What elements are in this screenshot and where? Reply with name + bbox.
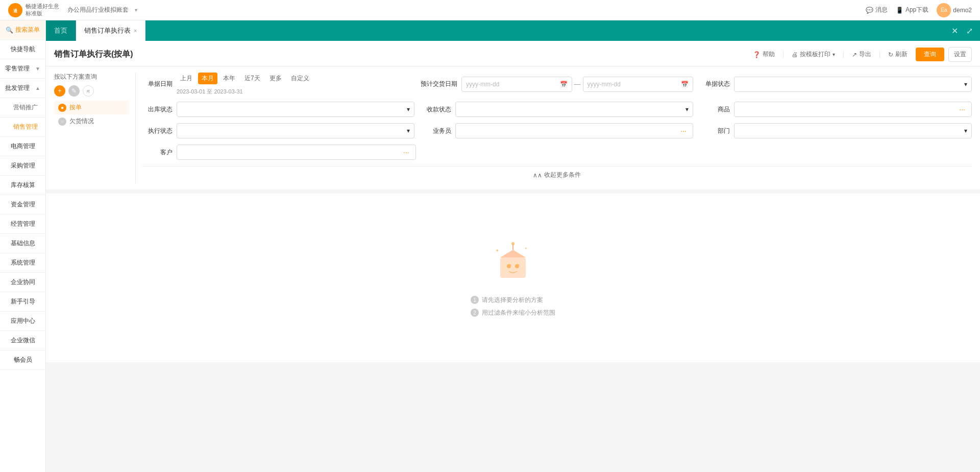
export-button[interactable]: ↗ 导出 — [848, 48, 875, 61]
template-print-button[interactable]: 🖨 按模板打印 ▾ — [788, 48, 839, 61]
tip-num-2: 2 — [471, 309, 479, 317]
product-more-icon[interactable]: ··· — [957, 105, 967, 113]
expected-date-label: 预计交货日期 — [421, 80, 457, 88]
expected-date-end[interactable]: yyyy-mm-dd 📅 — [583, 77, 694, 92]
document-status-field: 单据状态 ▾ — [699, 77, 972, 92]
sidebar-item-sales[interactable]: 销售管理 — [0, 117, 45, 137]
empty-tips: 1 请先选择要分析的方案 2 用过滤条件来缩小分析范围 — [471, 296, 555, 321]
empty-illustration: ✦ ✦ — [487, 234, 538, 286]
date-separator: — — [574, 80, 581, 88]
sidebar-item-guide[interactable]: 新手引导 — [0, 292, 45, 312]
sidebar-item-inventory[interactable]: 库存核算 — [0, 176, 45, 195]
calendar-icon-2: 📅 — [681, 81, 689, 88]
sidebar-item-search[interactable]: 🔍 搜索菜单 — [0, 20, 45, 40]
settings-button[interactable]: 设置 — [948, 47, 972, 62]
tab-home[interactable]: 首页 — [46, 20, 76, 41]
select-arrow-icon-5: ▾ — [964, 127, 967, 134]
scheme-option-order[interactable]: ● 按单 — [54, 101, 129, 114]
sidebar-item-quick-nav[interactable]: 快捷导航 — [0, 40, 45, 59]
department-select[interactable]: ▾ — [734, 123, 972, 138]
customer-more-icon[interactable]: ··· — [401, 148, 411, 156]
collapse-sidebar-button[interactable]: « — [83, 85, 94, 97]
svg-text:✦: ✦ — [524, 246, 528, 251]
top-header: 通 畅捷通好生意 标准版 办公用品行业模拟账套 ▾ 💬 消息 📱 App下载 E… — [0, 0, 980, 20]
filter-layout: 按以下方案查询 + ✎ « — [54, 73, 972, 183]
date-btn-this-month[interactable]: 本月 — [198, 73, 217, 84]
document-status-select[interactable]: ▾ — [734, 77, 972, 92]
date-btn-custom[interactable]: 自定义 — [287, 73, 313, 84]
sidebar-item-retail[interactable]: 零售管理 ▼ — [0, 59, 45, 79]
edit-scheme-button[interactable]: ✎ — [68, 85, 80, 97]
execution-status-field: 执行状态 ▾ — [142, 123, 414, 138]
sidebar-item-app-center[interactable]: 应用中心 — [0, 312, 45, 331]
breadcrumb-dropdown-icon[interactable]: ▾ — [135, 7, 137, 13]
delivery-status-select[interactable]: ▾ — [177, 102, 414, 117]
filter-row-3: 执行状态 ▾ 业务员 ··· — [142, 123, 972, 138]
payment-status-select[interactable]: ▾ — [455, 102, 693, 117]
sidebar-item-purchase[interactable]: 采购管理 — [0, 156, 45, 176]
sidebar-item-ecommerce[interactable]: 电商管理 — [0, 137, 45, 156]
date-btn-last-month[interactable]: 上月 — [177, 73, 196, 84]
logo-area: 通 畅捷通好生意 标准版 — [8, 3, 59, 17]
app-download-action[interactable]: 📱 App下载 — [896, 6, 928, 14]
message-action[interactable]: 💬 消息 — [866, 6, 888, 14]
add-scheme-button[interactable]: + — [54, 85, 65, 97]
tab-close-icon[interactable]: × — [134, 28, 137, 34]
sidebar-item-marketing[interactable]: 营销推广 — [0, 98, 45, 117]
print-dropdown-icon: ▾ — [832, 52, 835, 57]
page-header-row: 销售订单执行表(按单) ❓ 帮助 🖨 按模板打印 ▾ — [54, 47, 972, 66]
sidebar-item-finance[interactable]: 资金管理 — [0, 195, 45, 215]
empty-tip-1: 1 请先选择要分析的方案 — [471, 296, 555, 304]
product-label: 商品 — [699, 105, 730, 114]
expected-date-start[interactable]: yyyy-mm-dd 📅 — [461, 77, 572, 92]
chevron-down-icon: ▼ — [35, 66, 40, 72]
svg-text:通: 通 — [13, 8, 18, 13]
document-date-field: 单据日期 上月 本月 本年 近7天 更多 自定义 — [142, 73, 414, 96]
customer-input[interactable]: ··· — [177, 145, 416, 160]
sidebar-item-member[interactable]: 畅会员 — [0, 350, 45, 370]
customer-field: 客户 ··· — [142, 145, 416, 160]
salesperson-field: 业务员 ··· — [421, 123, 693, 138]
execution-status-select[interactable]: ▾ — [177, 123, 414, 138]
sidebar-item-wholesale[interactable]: 批发管理 ▲ — [0, 79, 45, 98]
product-input[interactable]: ··· — [734, 102, 972, 117]
calendar-icon: 📅 — [560, 81, 568, 88]
sidebar-item-basic-info[interactable]: 基础信息 — [0, 234, 45, 253]
content-area: 首页 销售订单执行表 × ✕ ⤢ 销售订单执行表(按单) ❓ — [46, 20, 980, 472]
customer-label: 客户 — [142, 148, 173, 157]
refresh-button[interactable]: ↻ 刷新 — [884, 48, 912, 61]
date-btn-this-year[interactable]: 本年 — [219, 73, 239, 84]
logo-icon: 通 — [8, 3, 22, 17]
filter-row-1: 单据日期 上月 本月 本年 近7天 更多 自定义 — [142, 73, 972, 96]
tab-sales-order[interactable]: 销售订单执行表 × — [76, 20, 145, 41]
date-btn-more[interactable]: 更多 — [266, 73, 285, 84]
filter-sidebar-title: 按以下方案查询 — [54, 73, 129, 81]
user-action[interactable]: Ea demo2 — [937, 3, 972, 17]
filter-form: 单据日期 上月 本月 本年 近7天 更多 自定义 — [142, 73, 972, 183]
divider3 — [879, 51, 880, 58]
sidebar-item-system[interactable]: 系统管理 — [0, 253, 45, 273]
window-maximize-icon[interactable]: ⤢ — [964, 24, 975, 38]
window-close-icon[interactable]: ✕ — [949, 24, 960, 38]
breadcrumb: 办公用品行业模拟账套 — [67, 6, 129, 14]
tab-bar: 首页 销售订单执行表 × ✕ ⤢ — [46, 20, 980, 41]
page-content: 销售订单执行表(按单) ❓ 帮助 🖨 按模板打印 ▾ — [46, 41, 980, 472]
salesperson-more-icon[interactable]: ··· — [678, 127, 689, 135]
sidebar-item-operations[interactable]: 经营管理 — [0, 215, 45, 234]
svg-point-8 — [515, 264, 519, 268]
help-button[interactable]: ❓ 帮助 — [749, 48, 779, 61]
collapse-button[interactable]: ∧∧ 收起更多条件 — [142, 166, 972, 183]
sidebar-item-wechat[interactable]: 企业微信 — [0, 331, 45, 350]
select-arrow-icon-2: ▾ — [407, 106, 410, 113]
salesperson-input[interactable]: ··· — [455, 123, 693, 138]
date-quick-select: 上月 本月 本年 近7天 更多 自定义 — [177, 73, 414, 84]
svg-text:✦: ✦ — [495, 248, 499, 253]
svg-point-10 — [511, 242, 514, 245]
sidebar-item-enterprise[interactable]: 企业协同 — [0, 273, 45, 292]
date-btn-last7[interactable]: 近7天 — [241, 73, 264, 84]
query-button[interactable]: 查询 — [916, 48, 944, 61]
document-date-label: 单据日期 — [142, 80, 173, 88]
scheme-option-shortage[interactable]: ○ 欠货情况 — [54, 114, 129, 128]
main-layout: 🔍 搜索菜单 快捷导航 零售管理 ▼ 批发管理 ▲ 营销推广 销售管理 电商管理… — [0, 20, 980, 472]
page-header: 销售订单执行表(按单) ❓ 帮助 🖨 按模板打印 ▾ — [46, 41, 980, 66]
